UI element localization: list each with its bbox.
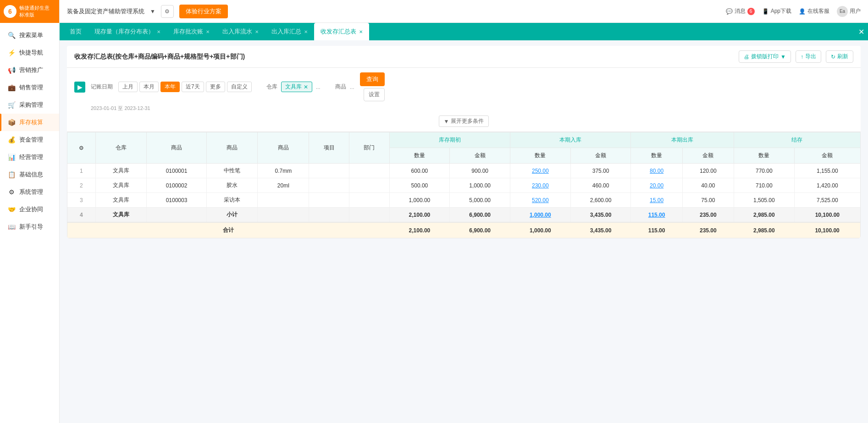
row3-in-qty[interactable]: 520.00 (510, 193, 571, 208)
tab-home[interactable]: 首页 (63, 23, 88, 40)
tab-inventory-dist[interactable]: 现存量（库存分布表） ✕ (88, 23, 167, 40)
tab-inventory-dist-close[interactable]: ✕ (157, 29, 160, 34)
filter-row: 记账日期 上月 本月 本年 近7天 更多 自定义 仓库 文具库 (91, 72, 385, 101)
sidebar-item-operations[interactable]: 📊 经营管理 (0, 148, 59, 166)
subtotal-code (146, 208, 207, 223)
sidebar-item-label: 系统管理 (19, 188, 43, 196)
cart-icon: 🛒 (7, 101, 16, 109)
close-all-tabs-btn[interactable]: ✕ (858, 27, 864, 36)
sidebar-item-system[interactable]: ⚙ 系统管理 (0, 183, 59, 201)
print-btn[interactable]: 🖨 拨锁版打印 ▼ (739, 50, 791, 63)
sidebar-item-purchase[interactable]: 🛒 采购管理 (0, 96, 59, 114)
subtotal-in-qty[interactable]: 1,000.00 (510, 208, 571, 223)
row2-out-qty[interactable]: 20.00 (631, 178, 682, 193)
sidebar-item-finance[interactable]: 💰 资金管理 (0, 131, 59, 148)
tab-recv-send[interactable]: 收发存汇总表 ✕ (314, 23, 369, 40)
sidebar-item-label: 库存核算 (19, 118, 43, 126)
goods-more-btn[interactable]: ... (350, 84, 354, 90)
trial-btn[interactable]: 体验行业方案 (179, 5, 228, 18)
tab-recv-send-close[interactable]: ✕ (359, 29, 363, 34)
refresh-icon: ↻ (831, 54, 835, 60)
online-service-btn[interactable]: 👤 在线客服 (799, 7, 829, 15)
handshake-icon: 🤝 (7, 206, 16, 213)
date-btn-cur-year[interactable]: 本年 (160, 82, 180, 92)
total-closing-qty: 2,985.00 (734, 222, 794, 238)
topbar: 装备及固定资产辅助管理系统 ▼ ⚙ 体验行业方案 💬 消息 6 📱 App下载 … (60, 0, 868, 23)
row3-out-qty[interactable]: 15.00 (631, 193, 682, 208)
date-btn-more[interactable]: 更多 (206, 82, 225, 92)
th-settings[interactable]: ⚙ (67, 132, 95, 164)
row1-out-qty[interactable]: 80.00 (631, 164, 682, 178)
date-btn-cur-month[interactable]: 本月 (139, 82, 159, 92)
subtotal-closing-qty: 2,985.00 (734, 208, 794, 223)
tab-summary[interactable]: 出入库汇总 ✕ (265, 23, 314, 40)
row2-in-amt: 460.00 (570, 178, 631, 193)
date-label: 记账日期 (91, 83, 113, 91)
subtotal-out-qty[interactable]: 115.00 (631, 208, 682, 223)
table-row: 3 文具库 0100003 采访本 1,000.00 5,000.00 520.… (67, 193, 860, 208)
tab-batch[interactable]: 库存批次账 ✕ (167, 23, 216, 40)
row2-closing-amt: 1,420.00 (794, 178, 860, 193)
row3-opening-amt: 5,000.00 (450, 193, 510, 208)
warehouse-tag-remove[interactable]: ✕ (304, 84, 308, 90)
tab-flow-close[interactable]: ✕ (255, 29, 259, 34)
date-btn-7days[interactable]: 近7天 (182, 82, 204, 92)
row2-num: 2 (67, 178, 95, 193)
total-closing-amt: 10,100.00 (794, 222, 860, 238)
th-in-group: 本期入库 (510, 132, 631, 148)
row3-out-amt: 75.00 (682, 193, 734, 208)
topbar-settings-btn[interactable]: ⚙ (161, 5, 174, 18)
date-range-display: 2023-01-01 至 2023-12-31 (91, 105, 150, 111)
sidebar-item-sales[interactable]: 💼 销售管理 (0, 79, 59, 96)
export-icon: ↑ (801, 54, 803, 60)
row1-num: 1 (67, 164, 95, 178)
filter-setting-btn[interactable]: 设置 (364, 88, 385, 101)
user-btn[interactable]: Ea 用户 (837, 6, 861, 17)
th-opening-group: 库存期初 (389, 132, 510, 148)
tab-batch-close[interactable]: ✕ (206, 29, 210, 34)
app-download-btn[interactable]: 📱 App下载 (762, 7, 791, 15)
tab-flow[interactable]: 出入库流水 ✕ (216, 23, 265, 40)
warehouse-label: 仓库 (266, 83, 277, 91)
th-warehouse: 仓库 (95, 132, 146, 164)
goods-label: 商品 (335, 83, 346, 91)
user-avatar-icon: Ea (837, 6, 848, 17)
warehouse-tag[interactable]: 文具库 ✕ (281, 82, 312, 92)
app-dropdown[interactable]: ▼ (150, 8, 155, 15)
logo-icon: 6 (4, 5, 17, 18)
sidebar-item-guide[interactable]: 📖 新手引导 (0, 218, 59, 236)
expand-icon: ▼ (444, 118, 449, 125)
export-btn[interactable]: ↑ 导出 (796, 50, 821, 63)
row1-out-amt: 120.00 (682, 164, 734, 178)
row2-project (309, 178, 349, 193)
total-opening-qty: 2,100.00 (389, 222, 450, 238)
message-btn[interactable]: 💬 消息 6 (726, 7, 755, 15)
sidebar-item-inventory[interactable]: 📦 库存核算 (0, 114, 59, 131)
expand-more-conditions-btn[interactable]: ▼ 展开更多条件 (439, 115, 489, 127)
th-out-qty: 数量 (631, 148, 682, 164)
warehouse-more-btn[interactable]: ... (316, 84, 321, 90)
row1-in-qty[interactable]: 250.00 (510, 164, 571, 178)
sidebar-item-search[interactable]: 🔍 搜索菜单 (0, 27, 59, 44)
lightning-icon: ⚡ (7, 49, 16, 56)
money-icon: 💰 (7, 136, 16, 143)
tab-summary-close[interactable]: ✕ (304, 29, 308, 34)
table-row: 2 文具库 0100002 胶水 20ml 500.00 1,000.00 23… (67, 178, 860, 193)
total-out-amt: 235.00 (682, 222, 734, 238)
sidebar-item-cooperation[interactable]: 🤝 企业协同 (0, 201, 59, 218)
export-label: 导出 (805, 53, 816, 60)
print-label: 拨锁版打印 (751, 53, 779, 60)
filter-bar: ▶ 记账日期 上月 本月 本年 近7天 更多 自定义 仓库 (67, 68, 861, 132)
sidebar-item-quick-nav[interactable]: ⚡ 快捷导航 (0, 44, 59, 61)
subtotal-out-amt: 235.00 (682, 208, 734, 223)
sidebar-item-marketing[interactable]: 📢 营销推广 (0, 61, 59, 79)
app-download-label: App下载 (771, 7, 791, 15)
sidebar-item-basic-info[interactable]: 📋 基础信息 (0, 166, 59, 183)
date-btn-prev-month[interactable]: 上月 (118, 82, 138, 92)
row2-in-qty[interactable]: 230.00 (510, 178, 571, 193)
date-btn-custom[interactable]: 自定义 (227, 82, 252, 92)
query-btn[interactable]: 查询 (360, 72, 385, 86)
filter-toggle-btn[interactable]: ▶ (74, 82, 85, 93)
sidebar-item-label: 基础信息 (19, 170, 43, 179)
refresh-btn[interactable]: ↻ 刷新 (826, 50, 853, 63)
